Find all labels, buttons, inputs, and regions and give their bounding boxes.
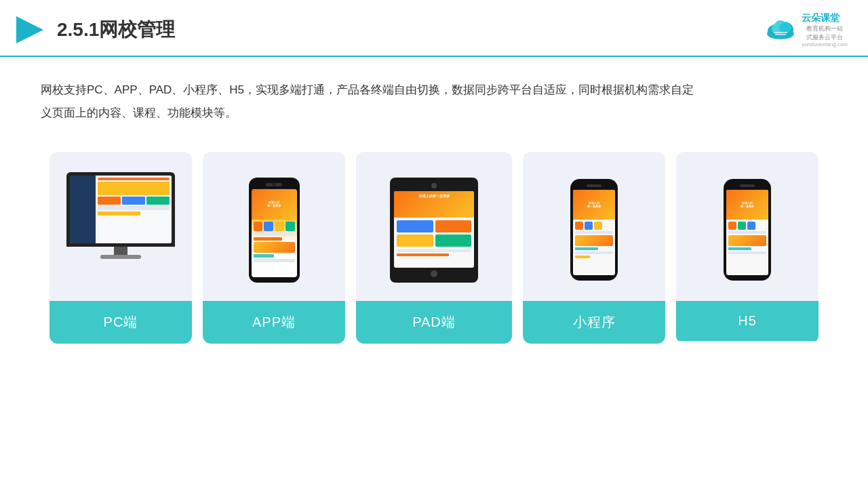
mini-phone-mockup: 职通人的第一堂网课 [570, 179, 618, 281]
logo-area: 云朵课堂 教育机构一站 式服务云平台 yunduoketang.com [764, 12, 848, 47]
pc-base [100, 255, 141, 259]
pc-mockup [63, 172, 178, 287]
card-h5-image: 职通人的第一堂网课 [676, 152, 818, 301]
svg-marker-0 [16, 16, 43, 43]
h5-screen-top: 职通人的第一堂网课 [726, 190, 768, 220]
mini-screen-body [573, 220, 615, 262]
card-miniprogram-label: 小程序 [523, 301, 665, 344]
pc-neck [114, 247, 127, 255]
h5-top-text: 职通人的第一堂网课 [741, 201, 754, 209]
tablet-top-text: 职通人的第一堂网课 [397, 194, 471, 199]
cloud-logo-icon [764, 18, 797, 42]
phone-screen-header-text-app: 职通人的第一堂网课 [267, 201, 281, 208]
cards-container: PC端 职通人的第一堂网课 [0, 138, 868, 364]
tablet-cell-4 [435, 235, 472, 247]
mini-screen-top: 职通人的第一堂网课 [573, 190, 615, 220]
card-app-image: 职通人的第一堂网课 [203, 152, 345, 301]
logo-brand: 云朵课堂 [802, 12, 848, 24]
card-h5: 职通人的第一堂网课 H5 [676, 152, 818, 344]
tablet-cell-3 [397, 235, 433, 247]
svg-point-6 [779, 22, 791, 33]
logo-desc: 教育机构一站 式服务云平台 [802, 24, 848, 41]
pc-screen [70, 176, 172, 243]
page-title: 2.5.1网校管理 [57, 17, 175, 43]
pc-monitor [66, 172, 175, 247]
description-text: 网校支持PC、APP、PAD、小程序、H5，实现多端打通，产品各终端自由切换，数… [0, 57, 746, 138]
pc-content [96, 176, 172, 243]
card-pc-label: PC端 [50, 301, 192, 344]
tablet-cell-1 [397, 220, 433, 232]
phone-screen-app: 职通人的第一堂网课 [252, 189, 297, 277]
logo-text-area: 云朵课堂 教育机构一站 式服务云平台 yunduoketang.com [802, 12, 848, 47]
tablet-screen-top: 职通人的第一堂网课 [394, 191, 474, 218]
card-pad-label: PAD端 [356, 301, 512, 344]
tablet-screen: 职通人的第一堂网课 [394, 191, 474, 268]
h5-screen: 职通人的第一堂网课 [726, 190, 768, 275]
header-left: 2.5.1网校管理 [14, 14, 175, 46]
card-miniprogram: 职通人的第一堂网课 [523, 152, 665, 344]
h5-notch [740, 184, 755, 187]
header: 2.5.1网校管理 云朵课堂 教育机构一站 式服务云平台 yunduoketan… [0, 0, 868, 57]
mini-top-text: 职通人的第一堂网课 [587, 201, 601, 209]
pc-sidebar [70, 176, 96, 243]
tablet-cell-2 [435, 220, 472, 232]
tablet-grid [394, 218, 474, 249]
h5-phone-mockup: 职通人的第一堂网课 [724, 179, 771, 281]
tablet-home-bottom [431, 270, 437, 277]
card-app: 职通人的第一堂网课 [203, 152, 345, 344]
phone-notch-app [266, 183, 282, 186]
phone-mockup-app: 职通人的第一堂网课 [249, 178, 300, 283]
mini-screen: 职通人的第一堂网课 [573, 190, 615, 275]
tablet-home-btn [431, 183, 437, 188]
card-pc-image [50, 152, 192, 301]
card-pad: 职通人的第一堂网课 PAD端 [356, 152, 512, 344]
card-pad-image: 职通人的第一堂网课 [356, 152, 512, 301]
play-icon [14, 14, 46, 46]
mini-img-block [575, 235, 613, 246]
h5-screen-body [726, 220, 768, 258]
card-pc: PC端 [50, 152, 192, 344]
mini-notch [587, 184, 601, 187]
card-h5-label: H5 [676, 301, 818, 341]
tablet-mockup: 职通人的第一堂网课 [390, 178, 478, 283]
card-miniprogram-image: 职通人的第一堂网课 [523, 152, 665, 301]
card-app-label: APP端 [203, 301, 345, 344]
logo-url: yunduoketang.com [802, 41, 848, 47]
